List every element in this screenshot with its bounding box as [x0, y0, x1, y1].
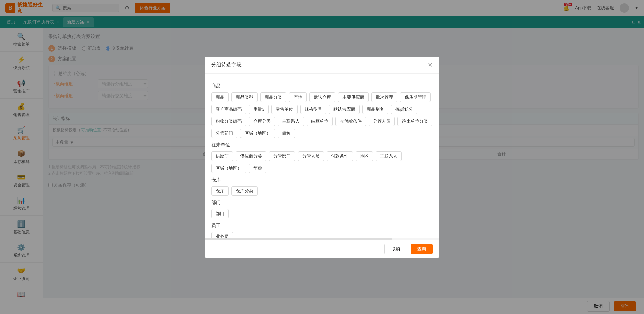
field-tag[interactable]: 主联系人	[278, 117, 304, 126]
field-tag[interactable]: 分管部门	[211, 129, 237, 138]
field-tag[interactable]: 商品别名	[362, 105, 388, 114]
field-tags-partner: 供应商 供应商分类 分管部门 分管人员 付款条件 地区 主联系人 区域（地区） …	[211, 151, 433, 173]
field-tag[interactable]: 主联系人	[376, 151, 402, 161]
field-tag[interactable]: 默认仓库	[309, 92, 335, 102]
modal-title: 分组待选字段	[211, 62, 241, 68]
field-tag[interactable]: 重量3	[249, 105, 269, 114]
field-tag[interactable]: 区域（地区）	[240, 129, 275, 138]
field-tag[interactable]: 默认供应商	[329, 105, 360, 114]
modal-footer: 取消 查询	[205, 240, 439, 258]
field-tags-dept: 部门	[211, 209, 433, 218]
field-tag[interactable]: 商品	[211, 92, 229, 102]
field-tag[interactable]: 客户商品编码	[211, 105, 246, 114]
field-tag[interactable]: 收付款条件	[335, 117, 366, 126]
field-tag[interactable]: 业务员	[211, 232, 233, 238]
group-title-partner: 往来单位	[211, 142, 433, 148]
field-tag[interactable]: 付款条件	[327, 151, 353, 161]
modal-body: 商品 商品 商品类型 商品分类 产地 默认仓库 主要供应商 批次管理 保质期管理…	[205, 74, 439, 238]
modal-close-button[interactable]: ✕	[428, 61, 433, 69]
field-tags-warehouse: 仓库 仓库分类	[211, 186, 433, 196]
field-tag[interactable]: 仓库分类	[231, 186, 258, 196]
field-tag[interactable]: 供应商	[211, 151, 233, 161]
field-tags-goods: 商品 商品类型 商品分类 产地 默认仓库 主要供应商 批次管理 保质期管理 客户…	[211, 92, 433, 138]
modal-cancel-button[interactable]: 取消	[384, 244, 407, 254]
field-tag[interactable]: 分管人员	[369, 117, 395, 126]
field-tag[interactable]: 仓库	[211, 186, 229, 196]
field-tag[interactable]: 供应商分类	[236, 151, 266, 161]
field-tag[interactable]: 分管人员	[298, 151, 324, 161]
field-tag[interactable]: 保质期管理	[400, 92, 431, 102]
field-tag[interactable]: 规格型号	[300, 105, 326, 114]
field-tag[interactable]: 地区	[356, 151, 373, 161]
field-tag[interactable]: 简称	[249, 164, 266, 173]
field-tag[interactable]: 税收分类编码	[211, 117, 246, 126]
field-tag[interactable]: 产地	[289, 92, 307, 102]
modal-header: 分组待选字段 ✕	[205, 57, 439, 74]
field-tag[interactable]: 分管部门	[269, 151, 295, 161]
field-tag[interactable]: 主要供应商	[338, 92, 369, 102]
modal: 分组待选字段 ✕ 商品 商品 商品类型 商品分类 产地 默认仓库 主要供应商 批…	[205, 57, 439, 258]
field-tag[interactable]: 仓库分类	[249, 117, 275, 126]
field-tag[interactable]: 区域（地区）	[211, 164, 246, 173]
group-title-dept: 部门	[211, 200, 433, 206]
field-tag[interactable]: 往来单位分类	[397, 117, 432, 126]
field-tag[interactable]: 简称	[278, 129, 295, 138]
field-tag[interactable]: 零售单位	[271, 105, 298, 114]
group-title-goods: 商品	[211, 83, 433, 89]
field-tags-staff: 业务员	[211, 232, 433, 238]
field-tag[interactable]: 拣货积分	[391, 105, 417, 114]
field-tag[interactable]: 结算单位	[307, 117, 333, 126]
modal-hscroll[interactable]	[205, 238, 439, 240]
field-tag[interactable]: 商品分类	[260, 92, 286, 102]
modal-confirm-button[interactable]: 查询	[411, 244, 433, 254]
field-tag[interactable]: 部门	[211, 209, 229, 218]
group-title-warehouse: 仓库	[211, 177, 433, 183]
group-title-staff: 员工	[211, 223, 433, 229]
field-tag[interactable]: 商品类型	[231, 92, 258, 102]
modal-overlay: 分组待选字段 ✕ 商品 商品 商品类型 商品分类 产地 默认仓库 主要供应商 批…	[0, 0, 644, 314]
field-tag[interactable]: 批次管理	[371, 92, 397, 102]
